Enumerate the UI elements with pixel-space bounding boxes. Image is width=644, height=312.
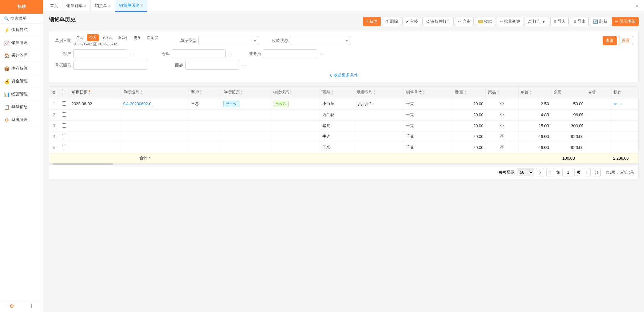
tab-sales-goods[interactable]: 销货单× [91,0,115,12]
sidebar-item-purchase-mgmt[interactable]: 🏠 采购管理 [0,49,43,62]
per-page-select[interactable]: 50 100 [517,168,534,176]
receivestatus-sort[interactable]: ▲▼ [290,89,292,95]
tab-close-sales-order[interactable]: × [84,4,86,8]
total-info: 共1页，5条记录 [606,170,634,175]
batch-change-button[interactable]: ✏ 批量变更 [497,17,523,26]
salesman-input[interactable] [263,49,317,58]
prev-page-btn[interactable]: ‹ [546,168,554,176]
print-button[interactable]: 🖨 打印 ▼ [525,17,549,26]
tab-label-sales-goods: 销货单 [95,3,107,9]
cell-gift: 否 [486,98,519,110]
date-btn-custom[interactable]: 自定义 [145,34,161,41]
customer-label: 客户 [54,51,71,57]
sidebar-item-quick-nav[interactable]: ⚡ 快捷导航 [0,24,43,36]
tab-close-sales-goods[interactable]: × [108,4,111,8]
spec-sort[interactable]: ▲▼ [373,89,376,95]
col-qty: 数量 ▲▼ [453,87,486,98]
cell-date: 2023-06-02 [69,98,121,110]
select-all-checkbox[interactable] [62,90,66,94]
edit-icon[interactable]: ✏ [614,102,617,106]
close-all-icon[interactable]: ✕ [633,4,641,8]
gift-sort[interactable]: ▲▼ [497,89,499,95]
table-header-row: ⚙ 单据日期 ▲▼ [49,87,638,98]
audit-print-button[interactable]: 🖨 审核并打印 [422,17,454,26]
goods-sort[interactable]: ▲▼ [331,89,334,95]
sidebar-search[interactable]: 🔍 搜索菜单 [0,14,43,24]
tab-home[interactable]: 首页 [46,0,62,12]
date-btn-yesterday[interactable]: 昨天 [73,34,85,41]
sidebar-item-sys-mgmt[interactable]: ⚙ 系统管理 [0,113,43,126]
table-body: 12023-06-02SA-20230602-0王总已生效已收款小白菜tyjyj… [49,98,638,153]
settings-icon[interactable]: ⚙ [9,303,14,309]
doc-no-input[interactable] [73,61,147,70]
date-btn-more[interactable]: 更多 [131,34,143,41]
audit-button[interactable]: ✔ 审核 [402,17,421,26]
docstatus-sort[interactable]: ▲▼ [240,89,243,95]
customer-input[interactable] [73,49,127,58]
cell-spec [354,110,403,121]
doc-no-link[interactable]: SA-20230602-0 [123,102,151,106]
cell-operation [611,121,638,131]
sidebar-item-inventory[interactable]: 📦 库存核算 [0,62,43,75]
filter-row-1: 单据日期 昨天 今天 近7天 近1月 更多 自定义 2023-06-02 至 2… [54,34,633,47]
customer-sort[interactable]: ▲▼ [200,89,202,95]
cell-doc-status [221,142,271,153]
refresh-button[interactable]: 🔄 刷新 [590,17,610,26]
collapse-button[interactable]: ∧ 收起更多条件 [54,72,633,78]
receive-button[interactable]: 💳 收款 [475,17,495,26]
per-page-label: 每页显示 [499,170,515,175]
import-button[interactable]: ⬆ 导入 [550,17,569,26]
receive-status-select[interactable] [290,36,351,45]
qty-sort[interactable]: ▲▼ [464,89,467,95]
import-icon: ⬆ [553,19,557,24]
query-button[interactable]: 查询 [603,36,617,45]
export-button[interactable]: ⬇ 导出 [570,17,589,26]
cell-checkbox [59,142,69,153]
page-input[interactable] [562,168,575,176]
tab-sales-order[interactable]: 销售订单× [62,0,91,12]
col-settings[interactable]: ⚙ [49,87,59,98]
price-sort[interactable]: ▲▼ [529,89,532,95]
next-page-btn[interactable]: › [583,168,591,176]
warehouse-more-icon[interactable]: ··· [228,51,232,56]
sidebar-label-operations: 经营管理 [11,91,28,97]
cell-operation: ✏⋯ [611,98,638,110]
new-button[interactable]: + 新增 [363,17,381,26]
total-qty: 100.00 [561,156,602,161]
filter-settings-button[interactable]: 设置 [619,36,633,45]
col-transaction: 交货 [586,87,611,98]
tab-bar-right: ✕ [633,4,641,8]
display-detail-button[interactable]: ☰ 显示明细 [612,17,639,26]
doc-type-select[interactable] [198,36,259,45]
doc-no-label: 单据编号 [54,62,71,68]
date-btn-1month[interactable]: 近1月 [116,34,130,41]
tab-sales-history[interactable]: 销货单历史× [115,0,147,12]
cell-operation [611,131,638,142]
sidebar-item-sales-mgmt[interactable]: 📈 销售管理 [0,36,43,49]
date-btn-7days[interactable]: 近7天 [100,34,114,41]
date-sort[interactable]: ▲▼ [88,89,91,95]
sidebar-item-finance[interactable]: 💰 资金管理 [0,75,43,88]
more-icon[interactable]: ⋯ [618,102,622,106]
cell-transaction [586,110,611,121]
abandon-button[interactable]: ↩ 弃审 [455,17,474,26]
gear-icon[interactable]: ⚙ [52,90,56,95]
tab-close-sales-history[interactable]: × [141,3,143,8]
docno-sort[interactable]: ▲▼ [140,89,143,95]
warehouse-label: 仓库 [153,51,170,57]
delete-button[interactable]: 🗑 删除 [382,17,401,26]
unit-sort[interactable]: ▲▼ [423,89,425,95]
goods-input[interactable] [185,61,239,70]
pause-icon[interactable]: ⏸ [28,303,33,309]
cell-operation [611,142,638,153]
sidebar-item-operations[interactable]: 📊 经营管理 [0,88,43,101]
page-title: 销货单历史 [49,16,76,23]
customer-more-icon[interactable]: ··· [130,51,134,56]
goods-more-icon[interactable]: ··· [242,62,246,68]
sidebar-item-base-info[interactable]: 📋 基础信息 [0,101,43,113]
first-page-btn[interactable]: ⟨⟨ [536,168,544,176]
date-btn-today[interactable]: 今天 [87,34,99,41]
last-page-btn[interactable]: ⟩⟩ [593,168,601,176]
salesman-more-icon[interactable]: ··· [320,51,324,56]
warehouse-input[interactable] [172,49,226,58]
